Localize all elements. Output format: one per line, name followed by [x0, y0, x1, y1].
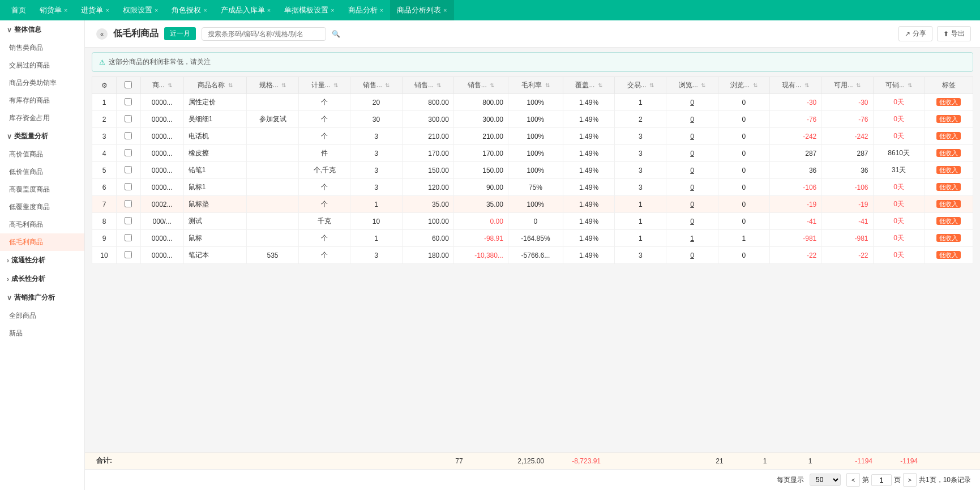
- row-tag: 低收入: [925, 145, 973, 162]
- row-available-stock: -106: [821, 179, 873, 196]
- content-header: « 低毛利商品 近一月 🔍 ↗ 分享 ⬆ 导出: [85, 20, 980, 48]
- row-view1[interactable]: 1: [666, 230, 718, 247]
- row-available-stock: -981: [821, 230, 873, 247]
- nav-home[interactable]: 首页: [5, 0, 33, 20]
- nav-permissions[interactable]: 权限设置 ×: [116, 0, 165, 20]
- row-checkbox[interactable]: [117, 179, 141, 196]
- nav-close-analysis-list[interactable]: ×: [443, 7, 447, 14]
- row-checkbox[interactable]: [117, 247, 141, 264]
- nav-analysis-list[interactable]: 商品分析列表 ×: [390, 0, 453, 20]
- row-checkbox[interactable]: [117, 196, 141, 213]
- row-checkbox[interactable]: [117, 128, 141, 145]
- sidebar-item-new-products[interactable]: 新品: [0, 325, 84, 342]
- row-sellable-days: 0天: [873, 128, 925, 145]
- footer-sales-amount: 2,125.00: [493, 457, 550, 465]
- row-trade-count: 3: [615, 179, 666, 196]
- row-unit: 个: [299, 230, 350, 247]
- export-icon: ⬆: [943, 30, 949, 38]
- row-unit: 个: [299, 94, 350, 111]
- row-checkbox[interactable]: [117, 162, 141, 179]
- row-checkbox[interactable]: [117, 213, 141, 230]
- date-filter-button[interactable]: 近一月: [164, 27, 196, 40]
- nav-roles[interactable]: 角色授权 ×: [165, 0, 213, 20]
- search-icon[interactable]: 🔍: [332, 30, 340, 38]
- sidebar-group-growth: › 成长性分析: [0, 270, 84, 288]
- nav-purchase[interactable]: 进货单 ×: [74, 0, 115, 20]
- nav-template[interactable]: 单据模板设置 ×: [277, 0, 341, 20]
- row-no: 3: [92, 128, 117, 145]
- row-sellable-days: 0天: [873, 179, 925, 196]
- row-view1[interactable]: 0: [666, 196, 718, 213]
- row-checkbox[interactable]: [117, 111, 141, 128]
- sidebar-group-marketing-title[interactable]: ∨ 营销推广分析: [0, 288, 84, 307]
- row-view1[interactable]: 0: [666, 247, 718, 264]
- data-table: ⚙ 商... ⇅ 商品名称 ⇅ 规格... ⇅ 计量... ⇅ 销售... ⇅ …: [92, 76, 973, 264]
- sidebar-group-growth-title[interactable]: › 成长性分析: [0, 270, 84, 288]
- nav-close-template[interactable]: ×: [331, 7, 334, 14]
- sidebar-item-traded[interactable]: 交易过的商品: [0, 57, 84, 74]
- row-coverage: 1.49%: [563, 162, 614, 179]
- nav-analysis[interactable]: 商品分析 ×: [341, 0, 390, 20]
- sidebar-item-high-value[interactable]: 高价值商品: [0, 146, 84, 163]
- nav-close-purchase[interactable]: ×: [105, 7, 109, 14]
- row-view1[interactable]: 0: [666, 213, 718, 230]
- row-trade-count: 3: [615, 247, 666, 264]
- row-trade-count: 3: [615, 145, 666, 162]
- row-trade-count: 3: [615, 162, 666, 179]
- share-icon: ↗: [905, 30, 910, 38]
- page-number-input[interactable]: [871, 474, 892, 486]
- row-view2: 0: [718, 196, 769, 213]
- export-button[interactable]: ⬆ 导出: [937, 26, 971, 41]
- row-available-stock: -22: [821, 247, 873, 264]
- sidebar-item-low-margin[interactable]: 低毛利商品: [0, 233, 84, 251]
- sidebar-item-sales-products[interactable]: 销售类商品: [0, 39, 84, 57]
- share-button[interactable]: ↗ 分享: [898, 26, 932, 41]
- row-checkbox[interactable]: [117, 94, 141, 111]
- sidebar-item-low-value[interactable]: 低价值商品: [0, 163, 84, 181]
- sidebar-item-in-stock[interactable]: 有库存的商品: [0, 92, 84, 109]
- sidebar-collapse-btn[interactable]: «: [96, 28, 108, 40]
- footer-trade-count: 21: [697, 457, 742, 465]
- table-row: 8 000/... 测试 千克 10 100.00 0.00 0 1.49% 1…: [92, 213, 973, 230]
- sidebar-group-overall-title[interactable]: ∨ 整体信息: [0, 20, 84, 39]
- nav-close-permissions[interactable]: ×: [155, 7, 158, 14]
- sidebar-item-all-products[interactable]: 全部商品: [0, 307, 84, 325]
- sidebar-item-high-coverage[interactable]: 高覆盖度商品: [0, 181, 84, 198]
- sidebar-item-capital[interactable]: 库存资金占用: [0, 109, 84, 127]
- col-settings[interactable]: ⚙: [92, 77, 117, 94]
- row-gross-margin: 75%: [508, 179, 563, 196]
- row-view1[interactable]: 0: [666, 111, 718, 128]
- page-size-label: 每页显示: [777, 475, 804, 485]
- row-gross-margin: 100%: [508, 162, 563, 179]
- nav-close-analysis[interactable]: ×: [380, 7, 383, 14]
- row-view1[interactable]: 0: [666, 179, 718, 196]
- row-gross-margin: 100%: [508, 196, 563, 213]
- search-input[interactable]: [202, 27, 326, 41]
- next-page-button[interactable]: ＞: [903, 473, 917, 487]
- sidebar-item-category-rate[interactable]: 商品分类助销率: [0, 74, 84, 92]
- row-view1[interactable]: 0: [666, 94, 718, 111]
- row-checkbox[interactable]: [117, 230, 141, 247]
- row-checkbox[interactable]: [117, 145, 141, 162]
- select-all-checkbox[interactable]: [125, 81, 132, 88]
- row-view1[interactable]: 0: [666, 145, 718, 162]
- page-size-select[interactable]: 50 100 200: [810, 474, 841, 486]
- row-view1[interactable]: 0: [666, 162, 718, 179]
- row-unit: 个: [299, 196, 350, 213]
- sidebar-item-low-coverage[interactable]: 低覆盖度商品: [0, 198, 84, 216]
- sidebar-item-high-margin[interactable]: 高毛利商品: [0, 216, 84, 233]
- row-view1[interactable]: 0: [666, 128, 718, 145]
- nav-product-entry[interactable]: 产成品入库单 ×: [214, 0, 277, 20]
- col-available-stock: 可用... ⇅: [821, 77, 873, 94]
- row-spec: [246, 196, 298, 213]
- sidebar-group-type-title[interactable]: ∨ 类型量分析: [0, 127, 84, 146]
- row-sales-count: 30: [350, 111, 402, 128]
- nav-sales[interactable]: 销货单 ×: [33, 0, 74, 20]
- nav-close-roles[interactable]: ×: [203, 7, 207, 14]
- prev-page-button[interactable]: ＜: [846, 473, 860, 487]
- col-trade-count: 交易... ⇅: [615, 77, 666, 94]
- nav-close-product[interactable]: ×: [267, 7, 271, 14]
- row-coverage: 1.49%: [563, 128, 614, 145]
- nav-close-sales[interactable]: ×: [64, 7, 67, 14]
- sidebar-group-flow-title[interactable]: › 流通性分析: [0, 251, 84, 270]
